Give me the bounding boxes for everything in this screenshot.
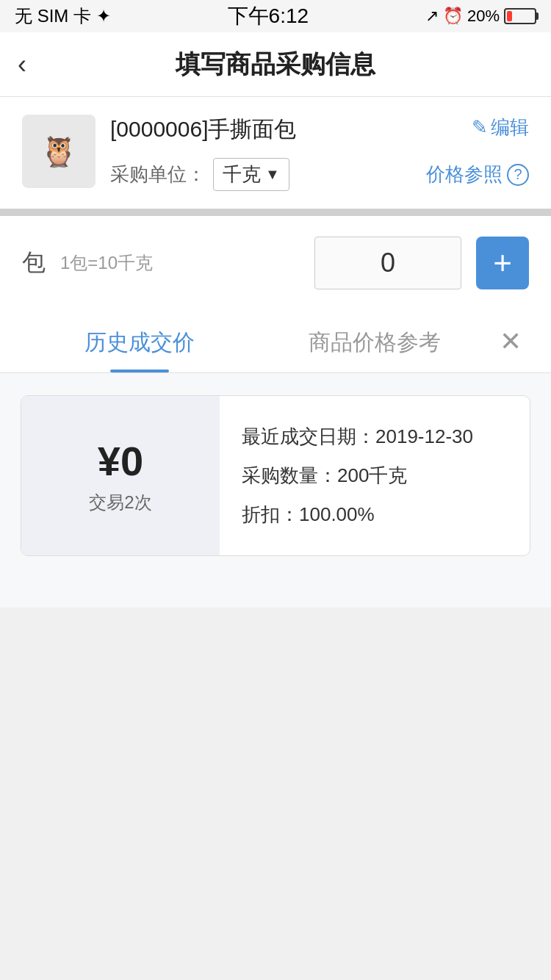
detail-qty-value: 200千克 bbox=[337, 464, 407, 486]
nav-bar: ‹ 填写商品采购信息 bbox=[0, 32, 551, 97]
alarm-icon: ⏰ bbox=[443, 7, 463, 26]
page-title: 填写商品采购信息 bbox=[176, 48, 375, 82]
quantity-row: 包 1包=10千克 0 + bbox=[0, 216, 551, 310]
detail-discount-value: 100.00% bbox=[299, 503, 375, 525]
status-left: 无 SIM 卡 ✦ bbox=[15, 4, 111, 28]
quantity-plus-button[interactable]: + bbox=[476, 237, 529, 289]
history-card: ¥0 交易2次 最近成交日期：2019-12-30 采购数量：200千克 折扣：… bbox=[21, 395, 530, 556]
back-button[interactable]: ‹ bbox=[18, 49, 26, 80]
trade-count: 交易2次 bbox=[89, 491, 151, 514]
detail-discount-label: 折扣： bbox=[242, 503, 299, 525]
status-right: ↗ ⏰ 20% bbox=[425, 7, 536, 26]
currency-symbol: ¥ bbox=[98, 438, 120, 484]
tab-product-price-ref[interactable]: 商品价格参考 bbox=[257, 310, 492, 372]
unit-value: 千克 bbox=[223, 162, 261, 187]
price-number: 0 bbox=[120, 438, 143, 484]
tab-history-price[interactable]: 历史成交价 bbox=[22, 310, 257, 372]
detail-qty-row: 采购数量：200千克 bbox=[242, 461, 508, 490]
battery-fill bbox=[507, 11, 512, 21]
close-panel-button[interactable]: ✕ bbox=[492, 326, 529, 357]
status-time: 下午6:12 bbox=[228, 2, 309, 30]
quantity-unit-hint: 1包=10千克 bbox=[60, 251, 300, 275]
edit-icon: ✎ bbox=[472, 116, 488, 139]
location-icon: ↗ bbox=[425, 7, 439, 26]
battery-indicator bbox=[504, 8, 536, 24]
unit-label: 采购单位： bbox=[110, 162, 206, 187]
product-unit-row: 采购单位： 千克 ▼ 价格参照 ? bbox=[110, 158, 529, 191]
edit-label: 编辑 bbox=[491, 115, 529, 140]
quantity-input[interactable]: 0 bbox=[314, 237, 461, 289]
product-name: [0000006]手撕面包 bbox=[110, 115, 296, 145]
history-detail-section: 最近成交日期：2019-12-30 采购数量：200千克 折扣：100.00% bbox=[220, 396, 530, 555]
detail-date-row: 最近成交日期：2019-12-30 bbox=[242, 422, 508, 451]
bottom-panel: 历史成交价 商品价格参考 ✕ ¥0 交易2次 最近成交日期：2019-12-30… bbox=[0, 310, 551, 608]
detail-qty-label: 采购数量： bbox=[242, 464, 337, 486]
battery-pct: 20% bbox=[467, 7, 500, 26]
detail-discount-row: 折扣：100.00% bbox=[242, 500, 508, 529]
edit-button[interactable]: ✎ 编辑 bbox=[472, 115, 529, 140]
unit-select[interactable]: 千克 ▼ bbox=[213, 158, 289, 191]
product-icon: 🦉 bbox=[40, 134, 77, 169]
quantity-unit-tag: 包 bbox=[22, 247, 46, 279]
unit-dropdown-icon: ▼ bbox=[265, 166, 280, 183]
section-divider bbox=[0, 209, 551, 216]
history-price-section: ¥0 交易2次 bbox=[21, 396, 220, 555]
product-thumbnail: 🦉 bbox=[22, 115, 96, 188]
product-header: [0000006]手撕面包 ✎ 编辑 bbox=[110, 115, 529, 145]
detail-date-label: 最近成交日期： bbox=[242, 425, 375, 447]
price-ref-button[interactable]: 价格参照 ? bbox=[426, 162, 529, 187]
sim-status: 无 SIM 卡 ✦ bbox=[15, 4, 111, 28]
tabs-row: 历史成交价 商品价格参考 ✕ bbox=[0, 310, 551, 373]
product-info: [0000006]手撕面包 ✎ 编辑 采购单位： 千克 ▼ 价格参照 ? bbox=[110, 115, 529, 191]
detail-date-value: 2019-12-30 bbox=[375, 425, 473, 447]
product-card: 🦉 [0000006]手撕面包 ✎ 编辑 采购单位： 千克 ▼ 价格参照 ? bbox=[0, 97, 551, 209]
status-bar: 无 SIM 卡 ✦ 下午6:12 ↗ ⏰ 20% bbox=[0, 0, 551, 32]
history-price-value: ¥0 bbox=[98, 437, 143, 485]
unit-label-group: 采购单位： 千克 ▼ bbox=[110, 158, 289, 191]
info-icon: ? bbox=[507, 164, 529, 186]
price-ref-label: 价格参照 bbox=[426, 162, 503, 187]
